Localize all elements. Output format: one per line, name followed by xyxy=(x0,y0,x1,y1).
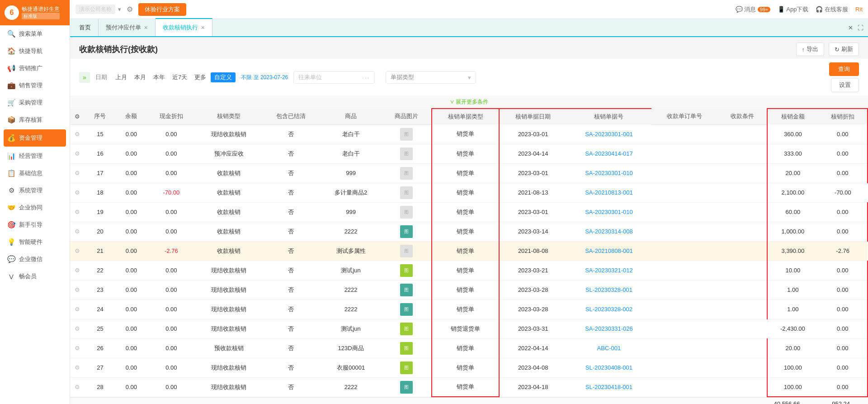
maximize-window-icon[interactable]: ⛶ xyxy=(858,24,863,31)
doc-type-filter[interactable]: 单据类型 ▾ xyxy=(386,71,476,84)
logo-area: 6 畅捷通谱好生意 标准版 xyxy=(0,0,70,25)
discount-cell: 0.00 xyxy=(147,202,196,222)
col-goods: 商品 xyxy=(320,109,382,124)
doc-no-link[interactable]: SA-20210808-001 xyxy=(585,247,633,254)
date-btn-this-year[interactable]: 本年 xyxy=(151,72,168,82)
sidebar-item-hardware[interactable]: 💡 智能硬件 xyxy=(0,233,70,251)
date-btn-more[interactable]: 更多 xyxy=(192,72,209,82)
goods-img-cell: 图 xyxy=(382,241,431,261)
doc-no-link[interactable]: SL-20230328-002 xyxy=(585,306,632,313)
tab-prepay-close[interactable]: ✕ xyxy=(144,25,148,31)
expand-more-bar[interactable]: ∨ 展开更多条件 xyxy=(70,96,868,108)
receipt-cond-cell xyxy=(718,280,767,299)
doc-no-link[interactable]: SA-20230314-008 xyxy=(585,228,633,235)
unit-filter[interactable]: 往来单位 ··· xyxy=(293,71,375,84)
gear-icon[interactable]: ⚙ xyxy=(127,5,133,14)
row-gear-icon[interactable]: ⚙ xyxy=(75,384,80,390)
doc-no-link[interactable]: SL-20230328-001 xyxy=(585,286,632,293)
sidebar-item-marketing[interactable]: 📢 营销推广 xyxy=(0,60,70,77)
date-btn-this-month[interactable]: 本月 xyxy=(132,72,149,82)
tab-prepay[interactable]: 预付冲应付单 ✕ xyxy=(99,19,156,36)
row-gear-icon[interactable]: ⚙ xyxy=(75,267,80,274)
sidebar-item-funds[interactable]: 💰 资金管理 xyxy=(4,129,66,147)
row-gear-icon[interactable]: ⚙ xyxy=(75,170,80,176)
doc-no-link[interactable]: SL-20230408-001 xyxy=(585,364,632,371)
row-gear-icon[interactable]: ⚙ xyxy=(75,228,80,235)
sidebar-item-wechat[interactable]: 💬 企业微信 xyxy=(0,251,70,268)
date-btn-custom[interactable]: 自定义 xyxy=(211,72,236,82)
sidebar-label-purchase: 采购管理 xyxy=(19,99,42,107)
solution-button[interactable]: 休验行业方案 xyxy=(138,3,186,16)
row-gear-icon[interactable]: ⚙ xyxy=(75,209,80,215)
balance-cell: 0.00 xyxy=(116,358,147,377)
refresh-button[interactable]: ↻ 刷新 xyxy=(829,43,859,56)
row-gear-icon[interactable]: ⚙ xyxy=(75,364,80,371)
row-gear-icon[interactable]: ⚙ xyxy=(75,286,80,293)
row-gear-icon[interactable]: ⚙ xyxy=(75,150,80,157)
sidebar-icon-sales: 💼 xyxy=(7,81,15,90)
doc-no-link[interactable]: SA-20210813-001 xyxy=(585,189,633,196)
tab-collection[interactable]: 收款核销执行 ✕ xyxy=(156,18,212,36)
receipt-order-cell xyxy=(651,183,718,202)
doc-no-link[interactable]: SL-20230418-001 xyxy=(585,384,632,390)
unit-filter-dots[interactable]: ··· xyxy=(362,74,370,81)
cancel-amount-cell: 20.00 xyxy=(767,338,818,358)
sidebar-item-basic[interactable]: 📋 基础信息 xyxy=(0,165,70,182)
doc-date-cell: 2021-08-13 xyxy=(499,183,566,202)
tab-collection-label: 收款核销执行 xyxy=(163,24,198,32)
row-gear-icon[interactable]: ⚙ xyxy=(75,189,80,196)
message-btn[interactable]: 💬 消息 99+ xyxy=(736,5,771,14)
doc-no-link[interactable]: SA-20230301-010 xyxy=(585,209,633,215)
goods-cell: 2222 xyxy=(320,222,382,241)
company-dropdown-icon[interactable]: ▾ xyxy=(118,6,121,13)
settings-col-icon[interactable]: ⚙ xyxy=(75,113,80,120)
sidebar-item-purchase[interactable]: 🛒 采购管理 xyxy=(0,94,70,111)
sidebar-item-operation[interactable]: 📊 经营管理 xyxy=(0,147,70,165)
close-window-icon[interactable]: ✕ xyxy=(848,24,853,31)
sidebar-item-member[interactable]: V 畅会员 xyxy=(0,268,70,285)
sidebar-item-search[interactable]: 🔍 搜索菜单 xyxy=(0,25,70,43)
doc-no-link[interactable]: SA-20230414-017 xyxy=(585,150,633,157)
tab-home[interactable]: 首页 xyxy=(70,19,99,36)
row-gear-icon[interactable]: ⚙ xyxy=(75,247,80,254)
export-button[interactable]: ↑ 导出 xyxy=(796,43,825,56)
export-icon: ↑ xyxy=(802,46,805,53)
message-badge: 99+ xyxy=(758,7,771,12)
sidebar-item-inventory[interactable]: 📦 库存核算 xyxy=(0,111,70,128)
row-gear-icon[interactable]: ⚙ xyxy=(75,345,80,352)
row-gear-icon[interactable]: ⚙ xyxy=(75,131,80,138)
online-service-btn[interactable]: 🎧 在线客服 xyxy=(816,5,848,14)
discount-cell: 0.00 xyxy=(147,261,196,280)
doc-no-link[interactable]: SA-20230331-026 xyxy=(585,325,633,332)
sidebar-label-nav: 快捷导航 xyxy=(19,47,42,55)
filter-bar: » 日期 上月 本月 本年 近7天 更多 自定义 不限 至 2023-07-26… xyxy=(70,59,868,96)
tab-collection-close[interactable]: ✕ xyxy=(201,25,205,31)
company-selector[interactable]: 演示公司名称 ▾ xyxy=(75,5,121,14)
sidebar-item-enterprise[interactable]: 🤝 企业协同 xyxy=(0,199,70,216)
filter-expand-button[interactable]: » xyxy=(79,72,90,83)
row-gear-icon[interactable]: ⚙ xyxy=(75,325,80,332)
date-btn-7days[interactable]: 近7天 xyxy=(170,72,190,82)
col-doc-no: 核销单据号 xyxy=(566,109,651,124)
doc-no-link[interactable]: ABC-001 xyxy=(597,345,621,352)
app-download-btn[interactable]: 📱 App下载 xyxy=(778,5,808,14)
sidebar-item-sales[interactable]: 💼 销售管理 xyxy=(0,77,70,94)
doc-no-link[interactable]: SA-20230321-012 xyxy=(585,267,633,274)
settings-filter-button[interactable]: 设置 xyxy=(831,78,859,92)
discount-cell: 0.00 xyxy=(147,144,196,163)
date-btn-last-month[interactable]: 上月 xyxy=(113,72,130,82)
query-button[interactable]: 查询 xyxy=(829,62,859,76)
receipt-order-cell xyxy=(651,377,718,397)
col-settings[interactable]: ⚙ xyxy=(70,109,85,124)
doc-no-link[interactable]: SA-20230301-010 xyxy=(585,170,633,176)
doc-no-cell: SA-20230301-010 xyxy=(566,163,651,183)
sidebar-item-system[interactable]: ⚙ 系统管理 xyxy=(0,182,70,199)
sidebar-item-guide[interactable]: 🎯 新手引导 xyxy=(0,216,70,233)
main-area: 演示公司名称 ▾ ⚙ 休验行业方案 💬 消息 99+ 📱 App下载 🎧 在线客… xyxy=(70,0,868,404)
tab-prepay-label: 预付冲应付单 xyxy=(106,24,141,32)
seq-cell: 26 xyxy=(85,338,116,358)
sidebar-item-nav[interactable]: 🏠 快捷导航 xyxy=(0,43,70,60)
row-gear-icon[interactable]: ⚙ xyxy=(75,306,80,313)
doc-no-link[interactable]: SA-20230301-001 xyxy=(585,131,633,138)
user-name[interactable]: Rit xyxy=(855,6,863,13)
